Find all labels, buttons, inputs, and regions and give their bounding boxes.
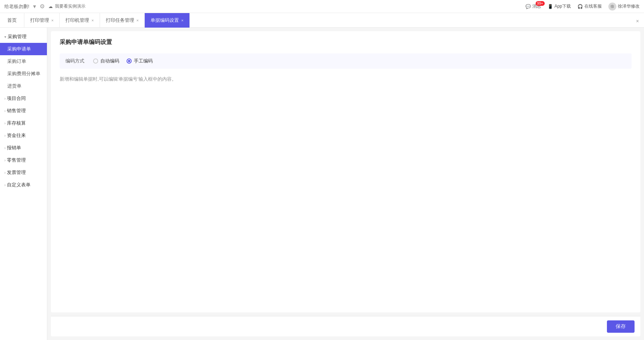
tab-printer-mgmt[interactable]: 打印机管理 × (60, 13, 100, 28)
sidebar-group-project-contract-label: 项目合同 (7, 95, 26, 102)
top-bar-right: 💬 消息 99+ 📱 App下载 🎧 在线客服 徐 徐泽华修改 (525, 3, 640, 11)
user-label: 徐泽华修改 (618, 3, 640, 9)
tab-barcode-settings-close[interactable]: × (181, 18, 183, 23)
online-service-button[interactable]: 🎧 在线客服 (577, 3, 602, 9)
app-label: App下载 (555, 3, 571, 9)
chevron-right-icon-4: › (4, 134, 5, 138)
encoding-section: 编码方式 自动编码 手工编码 (60, 53, 632, 69)
tab-print-task-mgmt[interactable]: 打印任务管理 × (100, 13, 145, 28)
sidebar-group-procurement[interactable]: ▾ 采购管理 (0, 31, 47, 43)
radio-manual-encoding[interactable]: 手工编码 (127, 58, 153, 64)
sidebar-group-project-contract[interactable]: › 项目合同 (0, 92, 47, 105)
sidebar-item-purchase-receipt[interactable]: 进货单 (0, 80, 47, 92)
sidebar: ▾ 采购管理 采购申请单 采购订单 采购费用分摊单 进货单 › 项目合同 › 销… (0, 28, 47, 340)
sidebar-group-invoice-label: 发票管理 (7, 169, 26, 176)
app-download-button[interactable]: 📱 App下载 (548, 3, 571, 9)
content-area: 采购申请单编码设置 编码方式 自动编码 手工编码 新增和编辑单据时,可以编辑'单… (47, 28, 644, 340)
save-button[interactable]: 保存 (607, 320, 635, 333)
sidebar-group-returns[interactable]: › 报销单 (0, 142, 47, 154)
message-icon: 💬 (525, 4, 531, 9)
tab-print-mgmt-close[interactable]: × (51, 18, 53, 23)
demo-link[interactable]: ☁ 我要看实例演示 (48, 3, 85, 9)
radio-manual-label: 手工编码 (134, 58, 153, 64)
window-close-button[interactable]: × (631, 15, 644, 28)
tab-printer-mgmt-close[interactable]: × (91, 18, 93, 23)
tab-home[interactable]: 首页 (0, 13, 24, 28)
sidebar-group-retail-label: 零售管理 (7, 157, 26, 163)
sidebar-group-returns-label: 报销单 (7, 145, 21, 151)
tab-home-label: 首页 (7, 17, 17, 24)
top-bar-left: 给老板勿删! ▾ ⚙ ☁ 我要看实例演示 (4, 3, 85, 10)
sidebar-item-purchase-request-label: 采购申请单 (7, 46, 31, 52)
tab-print-mgmt[interactable]: 打印管理 × (24, 13, 60, 28)
message-button[interactable]: 💬 消息 99+ (525, 3, 541, 9)
content-main: 采购申请单编码设置 编码方式 自动编码 手工编码 新增和编辑单据时,可以编辑'单… (51, 31, 640, 312)
sidebar-group-sales[interactable]: › 销售管理 (0, 105, 47, 117)
page-title: 采购申请单编码设置 (60, 39, 632, 46)
avatar: 徐 (608, 3, 616, 11)
message-badge: 99+ (536, 1, 545, 6)
chevron-right-icon-8: › (4, 183, 5, 187)
main-layout: ▾ 采购管理 采购申请单 采购订单 采购费用分摊单 进货单 › 项目合同 › 销… (0, 28, 644, 340)
sidebar-group-inventory-label: 库存核算 (7, 120, 26, 126)
hint-text: 新增和编辑单据时,可以编辑'单据编号'输入框中的内容。 (60, 76, 632, 82)
sidebar-item-purchase-request[interactable]: 采购申请单 (0, 43, 47, 55)
chevron-right-icon-2: › (4, 109, 5, 113)
chevron-right-icon-6: › (4, 158, 5, 162)
demo-text: 我要看实例演示 (55, 3, 85, 9)
chevron-right-icon: › (4, 97, 5, 101)
dropdown-icon[interactable]: ▾ (33, 3, 36, 10)
tab-barcode-settings[interactable]: 单据编码设置 × (145, 13, 189, 28)
sidebar-item-purchase-order[interactable]: 采购订单 (0, 55, 47, 68)
sidebar-group-procurement-label: 采购管理 (8, 33, 27, 40)
tab-printer-mgmt-label: 打印机管理 (65, 17, 89, 24)
chevron-right-icon-5: › (4, 146, 5, 150)
sidebar-group-inventory[interactable]: › 库存核算 (0, 117, 47, 129)
brand-text: 给老板勿删! (4, 3, 29, 10)
chevron-down-icon: ▾ (4, 35, 6, 39)
demo-cloud-icon: ☁ (48, 4, 53, 9)
user-button[interactable]: 徐 徐泽华修改 (608, 3, 640, 11)
radio-auto-encoding[interactable]: 自动编码 (93, 58, 119, 64)
chevron-right-icon-7: › (4, 171, 5, 175)
sidebar-group-retail[interactable]: › 零售管理 (0, 154, 47, 166)
radio-auto-label: 自动编码 (100, 58, 119, 64)
tab-print-task-mgmt-close[interactable]: × (136, 18, 139, 23)
tab-bar: 首页 打印管理 × 打印机管理 × 打印任务管理 × 单据编码设置 × × (0, 13, 644, 28)
sidebar-item-purchase-expense[interactable]: 采购费用分摊单 (0, 68, 47, 80)
radio-manual-circle (127, 58, 132, 64)
sidebar-group-custom-forms[interactable]: › 自定义表单 (0, 179, 47, 191)
settings-icon[interactable]: ⚙ (40, 3, 45, 10)
service-icon: 🎧 (577, 4, 583, 9)
sidebar-item-purchase-expense-label: 采购费用分摊单 (7, 71, 40, 76)
tab-print-mgmt-label: 打印管理 (30, 17, 49, 24)
service-label: 在线客服 (584, 3, 602, 9)
sidebar-group-funds-label: 资金往来 (7, 132, 26, 139)
top-bar: 给老板勿删! ▾ ⚙ ☁ 我要看实例演示 💬 消息 99+ 📱 App下载 🎧 … (0, 0, 644, 13)
sidebar-item-purchase-receipt-label: 进货单 (7, 83, 21, 89)
chevron-right-icon-3: › (4, 121, 5, 125)
sidebar-group-invoice[interactable]: › 发票管理 (0, 166, 47, 179)
sidebar-group-funds[interactable]: › 资金往来 (0, 129, 47, 142)
encoding-radio-group: 自动编码 手工编码 (93, 58, 153, 64)
sidebar-group-custom-forms-label: 自定义表单 (7, 182, 31, 188)
sidebar-group-sales-label: 销售管理 (7, 108, 26, 114)
radio-auto-circle (93, 58, 98, 64)
tab-barcode-settings-label: 单据编码设置 (151, 17, 179, 24)
app-icon: 📱 (548, 4, 553, 9)
encoding-label: 编码方式 (65, 58, 84, 64)
tab-print-task-mgmt-label: 打印任务管理 (106, 17, 134, 24)
sidebar-item-purchase-order-label: 采购订单 (7, 58, 26, 64)
footer-bar: 保存 (51, 316, 640, 336)
